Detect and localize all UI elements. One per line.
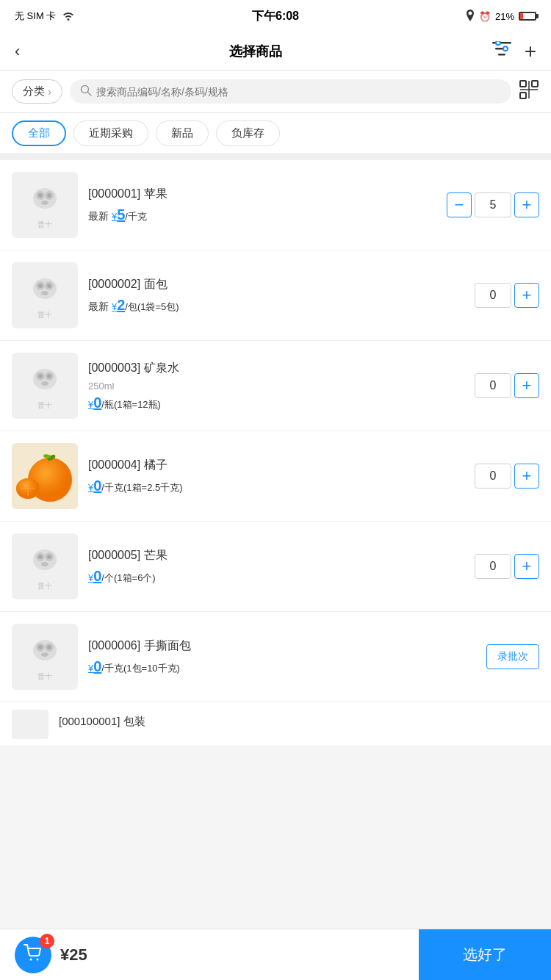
- svg-line-6: [88, 93, 92, 96]
- search-box: [70, 79, 511, 104]
- product-spec-water: 250ml: [88, 381, 464, 392]
- qty-input-water[interactable]: [475, 373, 511, 398]
- svg-point-29: [41, 381, 48, 386]
- qty-plus-bread[interactable]: +: [514, 283, 539, 308]
- svg-point-16: [47, 193, 51, 198]
- product-info-apple: [0000001] 苹果 最新 ¥5/千克: [88, 187, 436, 223]
- brand-icon: [29, 633, 61, 670]
- product-info-packaging: [000100001] 包装: [59, 715, 539, 733]
- back-button[interactable]: ‹: [15, 42, 20, 61]
- brand-icon: [29, 542, 61, 580]
- qty-input-apple[interactable]: [475, 192, 511, 217]
- product-item-apple: 普十 [0000001] 苹果 最新 ¥5/千克 − +: [0, 160, 551, 251]
- status-left: 无 SIM 卡: [15, 10, 75, 23]
- tab-new[interactable]: 新品: [156, 120, 209, 146]
- cart-badge: 1: [40, 934, 54, 948]
- brand-label: 普十: [37, 310, 52, 320]
- svg-point-43: [41, 562, 48, 566]
- batch-button-torn-bread[interactable]: 录批次: [486, 644, 539, 669]
- scan-icon[interactable]: [519, 79, 539, 104]
- product-item-mango: 普十 [0000005] 芒果 ¥0/个(1箱=6个) +: [0, 522, 551, 612]
- search-icon: [80, 84, 92, 98]
- svg-point-22: [47, 284, 51, 288]
- svg-point-49: [41, 652, 48, 657]
- battery-icon: [519, 12, 536, 21]
- svg-point-18: [33, 278, 57, 299]
- product-price-torn-bread: ¥0/千克(1包=10千克): [88, 658, 476, 675]
- qty-control-apple: − +: [447, 192, 539, 217]
- product-item-torn-bread: 普十 [0000006] 手撕面包 ¥0/千克(1包=10千克) 录批次: [0, 612, 551, 702]
- qty-control-water: +: [475, 373, 539, 398]
- qty-input-bread[interactable]: [475, 283, 511, 308]
- svg-point-12: [33, 188, 57, 209]
- bottom-bar: 1 ¥25 选好了: [0, 929, 551, 980]
- status-right: ⏰ 21%: [466, 10, 536, 24]
- category-button[interactable]: 分类 ›: [12, 79, 62, 104]
- carrier-label: 无 SIM 卡: [15, 10, 56, 23]
- filter-icon[interactable]: [492, 41, 511, 62]
- brand-icon: [29, 181, 61, 218]
- brand-label: 普十: [37, 671, 52, 682]
- brand-icon: [29, 271, 61, 309]
- qty-input-mango[interactable]: [475, 554, 511, 579]
- product-item-packaging: [000100001] 包装: [0, 702, 551, 746]
- product-price-mango: ¥0/个(1箱=6个): [88, 568, 464, 585]
- svg-point-23: [41, 291, 48, 295]
- svg-point-28: [47, 374, 51, 378]
- confirm-button[interactable]: 选好了: [419, 929, 551, 981]
- svg-rect-7: [520, 81, 526, 87]
- product-name-mango: [0000005] 芒果: [88, 548, 464, 563]
- qty-control-torn-bread: 录批次: [486, 644, 539, 669]
- tab-recent[interactable]: 近期采购: [73, 120, 148, 146]
- location-icon: [466, 10, 475, 24]
- qty-control-orange: +: [475, 464, 539, 489]
- owl-placeholder: 普十: [29, 181, 61, 230]
- product-name-apple: [0000001] 苹果: [88, 187, 436, 202]
- svg-point-44: [33, 640, 57, 660]
- svg-rect-9: [520, 93, 526, 98]
- brand-label: 普十: [37, 400, 52, 411]
- orange-svg: [12, 443, 78, 509]
- tab-bar: 全部 近期采购 新品 负库存: [0, 113, 551, 154]
- svg-point-27: [38, 374, 43, 378]
- qty-plus-apple[interactable]: +: [514, 192, 539, 217]
- product-item-orange: [0000004] 橘子 ¥0/千克(1箱=2.5千克) +: [0, 431, 551, 522]
- product-name-torn-bread: [0000006] 手撕面包: [88, 638, 476, 654]
- tab-all[interactable]: 全部: [12, 120, 66, 146]
- svg-point-3: [496, 41, 500, 45]
- qty-input-orange[interactable]: [475, 464, 511, 489]
- product-price-orange: ¥0/千克(1箱=2.5千克): [88, 478, 464, 494]
- product-price-apple: 最新 ¥5/千克: [88, 206, 436, 223]
- owl-placeholder: 普十: [29, 633, 61, 682]
- filter-search-bar: 分类 ›: [0, 71, 551, 113]
- product-list: 普十 [0000001] 苹果 最新 ¥5/千克 − +: [0, 160, 551, 746]
- product-name-water: [0000003] 矿泉水: [88, 361, 464, 376]
- product-image-water: 普十: [12, 353, 78, 419]
- wifi-icon: [62, 10, 75, 23]
- svg-point-24: [33, 369, 57, 389]
- tab-negative[interactable]: 负库存: [216, 120, 280, 146]
- cart-icon-wrap[interactable]: 1: [15, 937, 51, 973]
- brand-icon: [29, 361, 61, 399]
- svg-point-50: [30, 958, 32, 960]
- qty-plus-orange[interactable]: +: [514, 464, 539, 489]
- cart-total: ¥25: [60, 945, 87, 965]
- add-button[interactable]: +: [525, 40, 536, 63]
- cart-section: 1 ¥25: [0, 937, 419, 973]
- brand-label: 普十: [37, 581, 52, 591]
- product-name-packaging: [000100001] 包装: [59, 715, 539, 729]
- product-info-water: [0000003] 矿泉水 250ml ¥0/瓶(1箱=12瓶): [88, 361, 464, 411]
- qty-plus-water[interactable]: +: [514, 373, 539, 398]
- qty-minus-apple[interactable]: −: [447, 192, 472, 217]
- qty-plus-mango[interactable]: +: [514, 554, 539, 579]
- product-info-orange: [0000004] 橘子 ¥0/千克(1箱=2.5千克): [88, 458, 464, 494]
- status-bar: 无 SIM 卡 下午6:08 ⏰ 21%: [0, 0, 551, 32]
- svg-point-47: [38, 645, 43, 649]
- product-price-bread: 最新 ¥2/包(1袋=5包): [88, 297, 464, 314]
- svg-rect-0: [492, 42, 511, 44]
- product-image-torn-bread: 普十: [12, 624, 78, 690]
- product-image-bread: 普十: [12, 262, 78, 328]
- status-time: 下午6:08: [252, 9, 299, 24]
- svg-point-21: [38, 284, 43, 288]
- search-input[interactable]: [96, 86, 501, 98]
